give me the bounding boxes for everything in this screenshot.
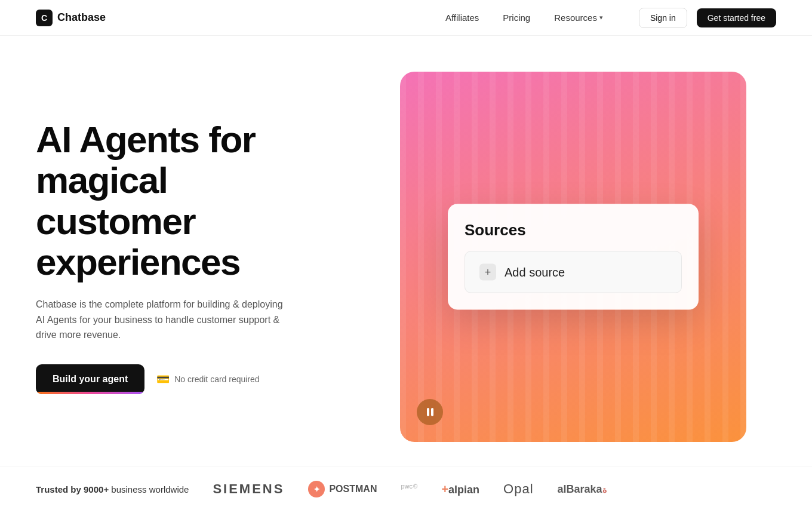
pause-icon	[427, 408, 433, 416]
credit-card-icon: 💳	[156, 373, 170, 386]
logo-icon: C	[36, 10, 53, 26]
hero-headline: AI Agents for magical customer experienc…	[36, 119, 334, 282]
sources-title: Sources	[465, 221, 682, 239]
add-source-button[interactable]: + Add source	[465, 251, 682, 293]
hero-cta: Build your agent 💳 No credit card requir…	[36, 364, 334, 394]
hero-section: AI Agents for magical customer experienc…	[0, 36, 812, 466]
build-agent-button[interactable]: Build your agent	[36, 364, 144, 394]
pause-button[interactable]	[417, 399, 443, 425]
get-started-button[interactable]: Get started free	[697, 8, 776, 27]
hero-visual: Sources + Add source	[400, 72, 746, 442]
trusted-text: Trusted by 9000+ business worldwide	[36, 484, 189, 494]
postman-icon: ✦	[308, 481, 325, 497]
logo-alpian: +alpian	[441, 483, 479, 496]
trusted-logos: SIEMENS ✦ POSTMAN pwc© +alpian Opal alBa…	[213, 481, 606, 497]
trusted-section: Trusted by 9000+ business worldwide SIEM…	[0, 466, 812, 513]
hero-description: Chatbase is the complete platform for bu…	[36, 297, 293, 343]
nav-links: Affiliates Pricing Resources ▾	[445, 13, 603, 23]
chevron-down-icon: ▾	[599, 14, 603, 21]
signin-button[interactable]: Sign in	[639, 8, 687, 28]
sources-card: Sources + Add source	[448, 204, 699, 310]
plus-icon: +	[479, 264, 496, 281]
logo-siemens: SIEMENS	[213, 481, 284, 497]
navbar: C Chatbase Affiliates Pricing Resources …	[0, 0, 812, 36]
nav-affiliates[interactable]: Affiliates	[445, 13, 479, 23]
logo-postman: ✦ POSTMAN	[308, 481, 377, 497]
no-cc-note: 💳 No credit card required	[156, 373, 259, 386]
hero-left: AI Agents for magical customer experienc…	[36, 119, 334, 394]
nav-pricing[interactable]: Pricing	[503, 13, 530, 23]
logo-opal: Opal	[503, 481, 533, 497]
logo-text: Chatbase	[57, 11, 106, 24]
nav-right-actions: Sign in Get started free	[639, 8, 776, 28]
logo-pwc: pwc©	[401, 483, 417, 496]
add-source-label: Add source	[505, 265, 565, 279]
logo-albaraka: alBarakaة	[558, 483, 607, 496]
no-cc-text: No credit card required	[174, 374, 259, 384]
hero-right: Sources + Add source	[370, 72, 776, 442]
logo-link[interactable]: C Chatbase	[36, 10, 106, 26]
nav-resources[interactable]: Resources ▾	[554, 13, 603, 23]
